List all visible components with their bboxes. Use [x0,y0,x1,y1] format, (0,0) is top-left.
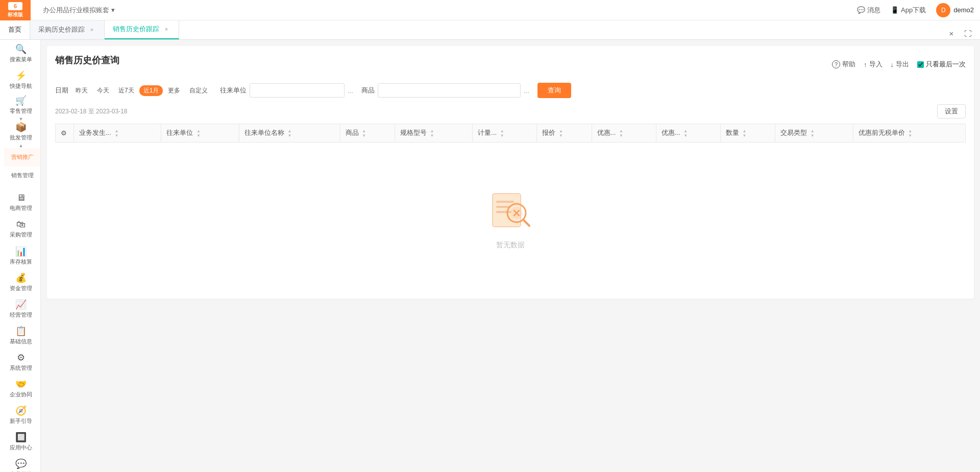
date-filter-group: 日期 昨天 今天 近7天 近1月 更多 自定义 [55,85,212,96]
last-only-checkbox-row: 只看最后一次 [917,60,966,69]
topbar: 6 标准版 办公用品行业模拟账套 ▾ 💬 消息 📱 App下载 D demo2 [0,0,980,20]
sidebar-item-retail[interactable]: 🛒 零售管理 ▼ [0,95,40,122]
wholesale-submenu: 营销推广 销售管理 [0,148,40,187]
col-partner-name-label: 往来单位名称 [244,129,284,136]
sort-discount1[interactable]: ▲▼ [619,129,623,138]
app-logo[interactable]: 6 标准版 [0,0,31,20]
last-only-label[interactable]: 只看最后一次 [926,60,966,69]
sidebar-item-sales-mgmt[interactable]: 销售管理 [4,167,40,185]
sort-spec[interactable]: ▲▼ [430,129,434,138]
tab-purchase-history[interactable]: 采购历史价跟踪 × [30,20,105,39]
settings-gear-icon[interactable]: ⚙ [61,129,67,137]
wholesale-icon: 📦 [15,122,27,133]
settings-button[interactable]: 设置 [937,104,966,119]
help-icon: ? [832,60,840,68]
import-icon: ↑ [864,61,867,68]
message-icon: 💬 [857,6,865,14]
sort-partner-name[interactable]: ▲▼ [287,129,291,138]
table-container: ⚙ 业务发生... ▲▼ 往来单位 ▲▼ [55,124,966,291]
app-download-btn[interactable]: 📱 App下载 [891,6,926,15]
workspace-title[interactable]: 办公用品行业模拟账套 ▾ [43,6,115,15]
date-btn-today[interactable]: 今天 [93,85,113,96]
sidebar-item-marketing[interactable]: 营销推广 [4,148,40,167]
finance-icon: 💰 [15,272,27,284]
download-icon: 📱 [891,6,899,14]
sort-unit[interactable]: ▲▼ [500,129,504,138]
ecom-icon: 🖥 [16,193,26,203]
close-all-tabs-btn[interactable]: × [945,27,958,39]
message-btn[interactable]: 💬 消息 [857,6,880,15]
col-price-no-tax-label: 优惠前无税单价 [859,129,905,136]
tabbar-actions: × ⛶ [945,27,980,39]
empty-svg [485,183,536,234]
sidebar-item-operations[interactable]: 📈 经营管理 [0,295,40,322]
date-label: 日期 [55,86,68,95]
empty-state: 暂无数据 [55,143,966,291]
col-biz-date: 业务发生... ▲▼ [74,124,161,143]
col-settings[interactable]: ⚙ [56,124,74,143]
tab-purchase-close[interactable]: × [88,26,96,34]
sidebar-item-quick[interactable]: ⚡ 快捷导航 [0,66,40,93]
col-goods-label: 商品 [346,129,359,136]
date-btn-7days[interactable]: 近7天 [114,85,138,96]
user-menu[interactable]: D demo2 [936,3,974,17]
goods-dots[interactable]: ... [524,87,529,95]
sidebar-item-system[interactable]: ⚙ 系统管理 [0,348,40,375]
page-card: 销售历史价查询 ? 帮助 ↑ 导入 ↓ 导出 [47,46,974,299]
sidebar-item-stock[interactable]: 📊 库存核算 [0,242,40,269]
retail-arrow: ▼ [19,116,23,122]
goods-input[interactable] [378,83,521,98]
date-range-display: 2023-02-18 至 2023-03-18 [55,107,127,116]
page-title: 销售历史价查询 [55,54,119,66]
last-only-checkbox[interactable] [917,61,924,68]
sidebar-item-wholesale[interactable]: 📦 批发管理 ▲ [0,122,40,148]
import-btn[interactable]: ↑ 导入 [864,60,883,69]
partner-input[interactable] [250,83,345,98]
sort-quantity[interactable]: ▲▼ [742,129,746,138]
col-quantity-label: 数量 [726,129,739,136]
sort-goods[interactable]: ▲▼ [362,129,366,138]
sidebar-item-purchase[interactable]: 🛍 采购管理 [0,216,40,242]
guide-icon: 🧭 [15,405,27,416]
sort-discount2[interactable]: ▲▼ [683,129,688,138]
col-price-no-tax: 优惠前无税单价 ▲▼ [853,124,966,143]
sort-partner-code[interactable]: ▲▼ [197,129,201,138]
sidebar-item-collab[interactable]: 🤝 企业协同 [0,375,40,402]
sidebar-item-wechat[interactable]: 💬 企业微信 [0,455,40,472]
empty-text: 暂无数据 [496,241,525,250]
date-btn-more[interactable]: 更多 [164,85,184,96]
sidebar-item-basic[interactable]: 📋 基础信息 [0,322,40,348]
date-btn-1month[interactable]: 近1月 [139,85,163,96]
col-partner-code-label: 往来单位 [166,129,193,136]
sidebar-item-search[interactable]: 🔍 搜索菜单 [0,40,40,66]
basic-icon: 📋 [15,325,27,337]
dropdown-icon: ▾ [111,6,115,14]
date-btn-yesterday[interactable]: 昨天 [71,85,92,96]
sidebar-item-finance[interactable]: 💰 资金管理 [0,269,40,295]
sort-biz-date[interactable]: ▲▼ [114,129,118,138]
sort-price-no-tax[interactable]: ▲▼ [908,129,912,138]
data-table: ⚙ 业务发生... ▲▼ 往来单位 ▲▼ [55,124,966,143]
date-btn-custom[interactable]: 自定义 [185,85,212,96]
col-discount2-label: 优惠... [662,129,680,136]
sidebar-item-apps[interactable]: 🔲 应用中心 [0,428,40,455]
tab-sales-close[interactable]: × [162,25,170,33]
col-discount1: 优惠... ▲▼ [592,124,656,143]
fullscreen-btn[interactable]: ⛶ [962,27,974,39]
system-icon: ⚙ [17,352,25,363]
col-discount1-label: 优惠... [597,129,616,136]
tab-home[interactable]: 首页 [0,20,30,39]
export-btn[interactable]: ↓ 导出 [891,60,910,69]
tab-sales-history[interactable]: 销售历史价跟踪 × [105,20,179,39]
layout: 🔍 搜索菜单 ⚡ 快捷导航 🛒 零售管理 ▼ 📦 批发管理 ▲ 营销推广 销售管… [0,40,980,472]
goods-filter-group: 商品 ... [361,83,529,98]
col-spec: 规格型号 ▲▼ [395,124,472,143]
query-button[interactable]: 查询 [537,83,571,98]
sort-quote[interactable]: ▲▼ [559,129,563,138]
help-btn[interactable]: ? 帮助 [832,60,855,69]
sort-trade-type[interactable]: ▲▼ [811,129,815,138]
sidebar-item-ecom[interactable]: 🖥 电商管理 [0,189,40,216]
partner-dots[interactable]: ... [348,87,353,95]
svg-rect-1 [496,201,514,203]
sidebar-item-guide[interactable]: 🧭 新手引导 [0,402,40,428]
